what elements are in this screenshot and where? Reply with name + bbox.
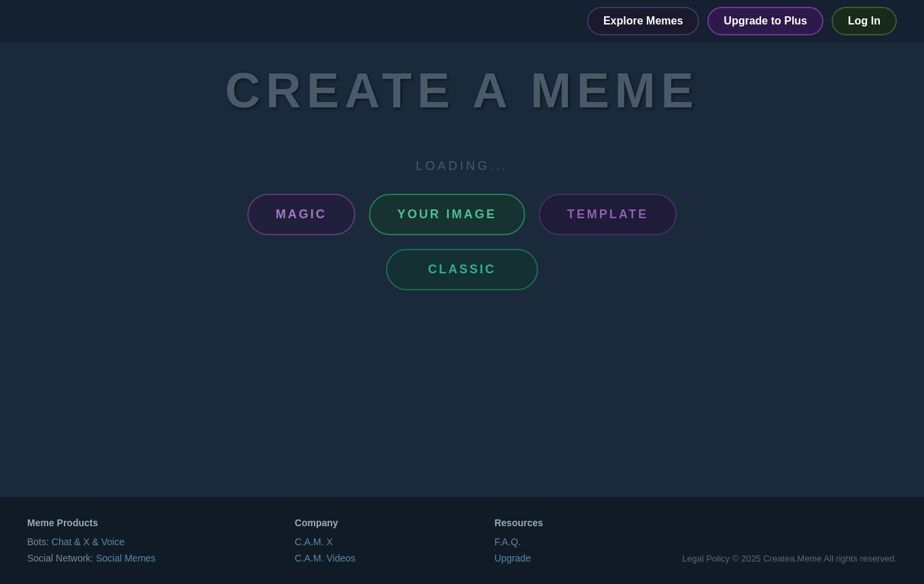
footer-resources-section: Resources F.A.Q. Upgrade [495, 517, 544, 564]
main-content: CREATE A MEME LOADING... MAGIC YOUR IMAG… [0, 42, 924, 497]
upgrade-to-plus-button[interactable]: Upgrade to Plus [707, 7, 823, 35]
log-in-button[interactable]: Log In [832, 7, 897, 35]
voice-link[interactable]: Voice [101, 536, 124, 547]
footer: Meme Products Bots: Chat & X & Voice Soc… [0, 497, 924, 584]
footer-company-title: Company [295, 517, 355, 528]
bots-and2: & [92, 536, 101, 547]
social-memes-link[interactable]: Social Memes [96, 553, 156, 564]
header: Explore Memes Upgrade to Plus Log In [0, 0, 924, 42]
meme-type-buttons-row: MAGIC YOUR IMAGE TEMPLATE [247, 194, 677, 235]
footer-products-section: Meme Products Bots: Chat & X & Voice Soc… [27, 517, 156, 564]
social-label: Social Network: [27, 553, 93, 564]
classic-button-row: CLASSIC [386, 249, 538, 290]
bots-and1: & [74, 536, 83, 547]
footer-copyright: Legal Policy © 2025 Createa.Meme All rig… [682, 553, 897, 564]
footer-bots-line: Bots: Chat & X & Voice [27, 536, 156, 547]
footer-company-section: Company C.A.M. X C.A.M. Videos [295, 517, 355, 564]
explore-memes-button[interactable]: Explore Memes [587, 7, 699, 35]
footer-resources-title: Resources [495, 517, 544, 528]
template-button[interactable]: TEMPLATE [539, 194, 677, 235]
chat-link[interactable]: Chat [52, 536, 72, 547]
faq-link[interactable]: F.A.Q. [495, 536, 544, 547]
footer-social-line: Social Network: Social Memes [27, 553, 156, 564]
loading-subtitle: LOADING... [416, 159, 508, 173]
page-title: CREATE A MEME [225, 63, 698, 118]
bots-label: Bots: [27, 536, 49, 547]
classic-button[interactable]: CLASSIC [386, 249, 538, 290]
your-image-button[interactable]: YOUR IMAGE [369, 194, 525, 235]
x-link[interactable]: X [84, 536, 90, 547]
upgrade-link[interactable]: Upgrade [495, 553, 544, 564]
magic-button[interactable]: MAGIC [247, 194, 355, 235]
cam-videos-link[interactable]: C.A.M. Videos [295, 553, 355, 564]
footer-products-title: Meme Products [27, 517, 156, 528]
cam-x-link[interactable]: C.A.M. X [295, 536, 355, 547]
